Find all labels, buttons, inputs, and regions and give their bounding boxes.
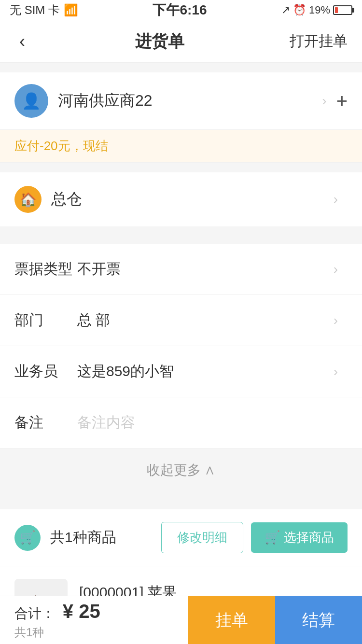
supplier-section: 👤 河南供应商22 › + 应付-20元，现结 bbox=[0, 72, 362, 163]
nav-bar: ‹ 进货单 打开挂单 bbox=[0, 20, 362, 63]
info-banner: 应付-20元，现结 bbox=[0, 130, 362, 163]
total-section: 合计： ¥ 25 共1种 bbox=[0, 601, 188, 640]
invoice-label: 票据类型 bbox=[14, 259, 77, 279]
warehouse-icon: 🏠 bbox=[14, 186, 42, 213]
remark-input[interactable]: 备注内容 bbox=[77, 413, 348, 433]
select-product-label: 选择商品 bbox=[284, 529, 334, 546]
form-row-department[interactable]: 部门 总 部 › bbox=[0, 295, 362, 346]
supplier-avatar: 👤 bbox=[14, 84, 48, 118]
status-right: ↗ ⏰ 19% bbox=[281, 4, 352, 16]
home-icon: 🏠 bbox=[20, 192, 37, 208]
page-title: 进货单 bbox=[135, 30, 184, 53]
invoice-value: 不开票 bbox=[77, 259, 334, 279]
status-time: 下午6:16 bbox=[153, 1, 207, 19]
total-sub: 共1种 bbox=[14, 625, 174, 640]
chevron-right-warehouse-icon: › bbox=[334, 192, 338, 207]
battery-icon bbox=[333, 5, 352, 15]
form-row-invoice[interactable]: 票据类型 不开票 › bbox=[0, 244, 362, 295]
warehouse-name: 总仓 bbox=[51, 189, 334, 210]
section-gap-4 bbox=[0, 492, 362, 502]
checkout-button[interactable]: 结算 bbox=[275, 596, 362, 644]
section-gap-2 bbox=[0, 163, 362, 172]
cart-icon: 🛒 bbox=[20, 530, 35, 545]
form-section: 票据类型 不开票 › 部门 总 部 › 业务员 这是859的小智 › 备注 备注… bbox=[0, 244, 362, 448]
department-value: 总 部 bbox=[77, 310, 334, 330]
bottom-bar: 合计： ¥ 25 共1种 挂单 结算 bbox=[0, 596, 362, 644]
total-row: 合计： ¥ 25 bbox=[14, 601, 174, 623]
warehouse-section: 🏠 总仓 › bbox=[0, 172, 362, 226]
modify-detail-button[interactable]: 修改明细 bbox=[161, 522, 243, 553]
section-gap-3 bbox=[0, 226, 362, 236]
status-bar: 无 SIM 卡 📶 下午6:16 ↗ ⏰ 19% bbox=[0, 0, 362, 20]
battery-percentage: 19% bbox=[309, 4, 330, 16]
wifi-icon: 📶 bbox=[64, 3, 78, 17]
supplier-name: 河南供应商22 bbox=[58, 90, 322, 112]
products-icon: 🛒 bbox=[14, 525, 41, 551]
department-label: 部门 bbox=[14, 310, 77, 330]
add-icon[interactable]: + bbox=[336, 90, 348, 112]
section-gap-1 bbox=[0, 63, 362, 72]
avatar-icon: 👤 bbox=[22, 92, 41, 110]
products-header: 🛒 共1种商品 修改明细 🛒 选择商品 bbox=[0, 509, 362, 566]
select-cart-icon: 🛒 bbox=[265, 530, 280, 545]
chevron-right-sales-icon: › bbox=[334, 364, 338, 379]
pending-button[interactable]: 挂单 bbox=[188, 596, 275, 644]
location-icon: ↗ bbox=[281, 4, 290, 16]
back-button[interactable]: ‹ bbox=[14, 27, 30, 56]
salesperson-label: 业务员 bbox=[14, 362, 77, 381]
supplier-row[interactable]: 👤 河南供应商22 › + bbox=[0, 72, 362, 130]
warehouse-row[interactable]: 🏠 总仓 › bbox=[0, 172, 362, 226]
form-row-salesperson[interactable]: 业务员 这是859的小智 › bbox=[0, 346, 362, 397]
open-pending-button[interactable]: 打开挂单 bbox=[290, 31, 348, 51]
status-left: 无 SIM 卡 📶 bbox=[10, 2, 78, 18]
chevron-right-dept-icon: › bbox=[334, 313, 338, 328]
collapse-label: 收起更多 ∧ bbox=[147, 461, 216, 479]
total-amount: ¥ 25 bbox=[63, 601, 100, 622]
remark-label: 备注 bbox=[14, 413, 77, 433]
battery-fill bbox=[335, 7, 338, 13]
form-row-remark[interactable]: 备注 备注内容 bbox=[0, 397, 362, 448]
collapse-row[interactable]: 收起更多 ∧ bbox=[0, 448, 362, 492]
alarm-icon: ⏰ bbox=[293, 4, 306, 16]
select-product-button[interactable]: 🛒 选择商品 bbox=[251, 522, 348, 553]
total-label: 合计： bbox=[14, 606, 55, 621]
chevron-right-icon: › bbox=[322, 93, 326, 109]
salesperson-value: 这是859的小智 bbox=[77, 362, 334, 381]
carrier-label: 无 SIM 卡 bbox=[10, 2, 60, 18]
products-count: 共1种商品 bbox=[50, 528, 161, 547]
chevron-right-invoice-icon: › bbox=[334, 262, 338, 277]
